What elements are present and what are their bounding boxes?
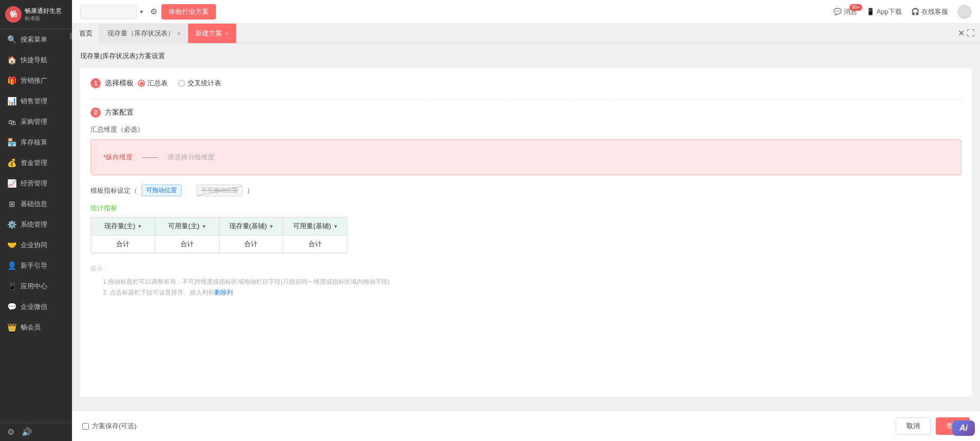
indicator-label-mid — [186, 186, 192, 195]
stats-col-header-2[interactable]: 现存量(基辅) ▾ — [220, 217, 284, 235]
save-label: 方案保存(可选) — [92, 421, 137, 431]
money-icon: 💰 — [7, 158, 16, 168]
message-badge: 99+ — [849, 4, 862, 11]
user-avatar-button[interactable] — [957, 5, 972, 19]
sidebar-item-finance[interactable]: 💰 资金管理 — [0, 153, 72, 173]
tab-inventory[interactable]: 现存量（库存状况表） × — [100, 24, 188, 43]
radio-cross[interactable]: 交叉统计表 — [178, 79, 221, 88]
sidebar-item-guide[interactable]: 👤 新手引导 — [0, 255, 72, 276]
app-download-button[interactable]: 📱 App下载 — [866, 7, 902, 16]
apps-icon: 📱 — [7, 282, 16, 291]
audio-icon[interactable]: 🔊 — [22, 427, 32, 437]
stats-col-body-3: 合计 — [283, 235, 347, 253]
headset-icon: 🎧 — [911, 8, 919, 15]
stats-col-label-0: 现存量(主) — [104, 222, 136, 231]
sidebar-item-search[interactable]: 🔍 搜索菜单 — [0, 29, 72, 50]
tip-2-highlight: 删除列 — [214, 289, 233, 296]
template-radio-group: 汇总表 交叉统计表 — [138, 79, 221, 88]
sidebar-item-management-label: 经营管理 — [21, 179, 47, 188]
user-avatar — [957, 5, 972, 19]
step1-section: 1 选择模板 汇总表 交叉统计表 — [90, 78, 961, 88]
step1-badge: 1 — [90, 78, 101, 88]
stats-col-header-3[interactable]: 可用量(基辅) ▾ — [283, 217, 347, 235]
handshake-icon: 🤝 — [7, 241, 16, 250]
stats-col-sub-2: 合计 — [244, 240, 258, 248]
settings-bottom-icon[interactable]: ⚙ — [7, 427, 14, 437]
tab-expand-icon[interactable]: ⛶ — [967, 29, 975, 38]
topbar-left: ▾ ⚙ 体验行业方案 — [80, 4, 216, 20]
sidebar-item-wechat[interactable]: 💬 企业微信 — [0, 297, 72, 317]
indicator-label: 模板指标设定（ 可拖动位置 不可拖动位置 ） — [90, 185, 961, 196]
footer-save-area: 方案保存(可选) — [82, 421, 137, 431]
sidebar-item-system[interactable]: ⚙️ 系统管理 — [0, 214, 72, 235]
indicator-draggable-text: 可拖动位置 — [146, 186, 177, 195]
sidebar-item-inventory[interactable]: 🏪 库存核算 — [0, 132, 72, 153]
message-button[interactable]: 💬 消息 99+ — [833, 7, 857, 16]
tabbar-right: ✕ ⛶ — [958, 28, 980, 38]
topbar-gear-icon[interactable]: ⚙ — [150, 7, 157, 16]
warehouse-icon: 🏪 — [7, 138, 16, 147]
sidebar-item-apps[interactable]: 📱 应用中心 — [0, 276, 72, 297]
tab-new-scheme-close[interactable]: × — [225, 30, 228, 36]
stats-table: 现存量(主) ▾ 可用量(主) ▾ 现存量(基辅) ▾ — [90, 217, 348, 253]
sidebar-item-sales[interactable]: 📊 销售管理 — [0, 91, 72, 112]
topbar-right: 💬 消息 99+ 📱 App下载 🎧 在线客服 — [833, 5, 972, 19]
topbar-search-box — [80, 5, 137, 19]
ai-badge[interactable]: Ai — [952, 420, 975, 436]
cancel-button[interactable]: 取消 — [896, 417, 931, 435]
dimension-required-label: *纵向维度 — [103, 153, 133, 162]
guide-icon: 👤 — [7, 261, 16, 270]
divider-1 — [90, 99, 961, 99]
sidebar-item-vip[interactable]: 👑 畅会员 — [0, 317, 72, 338]
stats-col-header-1[interactable]: 可用量(主) ▾ — [155, 217, 220, 235]
sidebar-nav: 🔍 搜索菜单 🏠 快捷导航 🎁 营销推广 📊 销售管理 🛍 采购管理 🏪 库存核… — [0, 29, 72, 422]
tabbar: 首页 现存量（库存状况表） × 新建方案 × ✕ ⛶ — [72, 24, 980, 43]
topbar-dropdown-icon[interactable]: ▾ — [140, 8, 143, 15]
online-service-button[interactable]: 🎧 在线客服 — [911, 7, 948, 16]
step2-title: 方案配置 — [105, 108, 134, 117]
save-checkbox[interactable] — [82, 423, 89, 430]
sidebar-item-guide-label: 新手引导 — [21, 261, 47, 270]
sidebar-item-wechat-label: 企业微信 — [21, 302, 47, 311]
step2-header: 2 方案配置 — [90, 107, 961, 118]
app-download-label: App下载 — [877, 7, 902, 16]
stats-col-chevron-0[interactable]: ▾ — [138, 223, 141, 230]
sidebar-item-management[interactable]: 📈 经营管理 — [0, 173, 72, 194]
search-icon: 🔍 — [7, 35, 16, 44]
stats-col-chevron-3[interactable]: ▾ — [334, 223, 337, 230]
sidebar-item-basic[interactable]: ⊞ 基础信息 — [0, 194, 72, 214]
chart-icon: 📊 — [7, 97, 16, 106]
sidebar-item-purchase-label: 采购管理 — [21, 117, 47, 126]
tab-new-scheme[interactable]: 新建方案 × — [188, 24, 236, 43]
sidebar-item-search-label: 搜索菜单 — [21, 35, 47, 44]
trial-button[interactable]: 体验行业方案 — [161, 4, 216, 20]
indicator-section: 模板指标设定（ 可拖动位置 不可拖动位置 ） — [90, 185, 961, 196]
stats-col-chevron-1[interactable]: ▾ — [203, 223, 206, 230]
vip-icon: 👑 — [7, 323, 16, 332]
sidebar-item-cooperation[interactable]: 🤝 企业协同 — [0, 235, 72, 255]
message-icon: 💬 — [833, 8, 842, 15]
stats-col-body-2: 合计 — [220, 235, 284, 253]
sidebar-item-cooperation-label: 企业协同 — [21, 241, 47, 250]
bar-chart-icon: 📈 — [7, 179, 16, 188]
wechat-icon: 💬 — [7, 302, 16, 311]
tab-inventory-close[interactable]: × — [177, 30, 180, 36]
stats-col-sub-3: 合计 — [308, 240, 322, 248]
sidebar-item-shortcut[interactable]: 🏠 快捷导航 — [0, 50, 72, 70]
sidebar-item-vip-label: 畅会员 — [21, 323, 41, 332]
stats-col-chevron-2[interactable]: ▾ — [270, 223, 273, 230]
dimension-required-area[interactable]: *纵向维度 —— 请选择分组维度 — [90, 139, 961, 175]
tip-label: 提示： — [90, 263, 961, 274]
tab-home[interactable]: 首页 — [72, 24, 100, 43]
tab-close-icon[interactable]: ✕ — [958, 28, 965, 38]
sidebar-item-marketing[interactable]: 🎁 营销推广 — [0, 70, 72, 91]
tips-section: 提示： 1.拖动标题栏可以调整布局，不可跨维度或指标区域拖动栏目字段(只能在同一… — [90, 263, 961, 299]
sidebar-item-sales-label: 销售管理 — [21, 97, 47, 106]
stats-col-header-0[interactable]: 现存量(主) ▾ — [91, 217, 155, 235]
radio-summary[interactable]: 汇总表 — [138, 79, 168, 88]
tip-2: 2. 点击标题栏下拉可设置排序、插入列和删除列 — [90, 287, 961, 299]
sidebar-bottom: ⚙ 🔊 — [0, 422, 72, 441]
dimension-dash: —— — [142, 153, 158, 162]
sidebar-item-purchase[interactable]: 🛍 采购管理 — [0, 112, 72, 132]
stats-col-label-2: 现存量(基辅) — [229, 222, 267, 231]
